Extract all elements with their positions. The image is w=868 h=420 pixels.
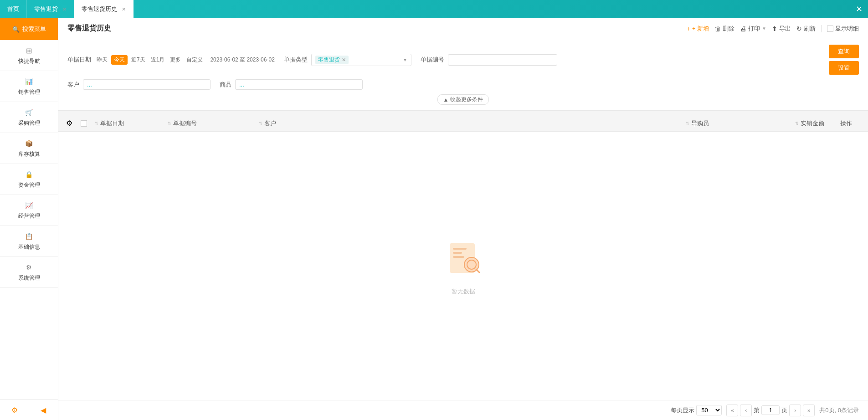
- select-all-checkbox[interactable]: [81, 120, 87, 127]
- goods-select[interactable]: ...: [235, 79, 363, 90]
- sidebar-item-operation[interactable]: 📈 经营管理: [0, 195, 58, 226]
- top-bar: 首页 零售退货 ✕ 零售退货历史 ✕ ✕: [0, 0, 868, 18]
- empty-illustration: [441, 236, 486, 282]
- voucher-no-label: 单据编号: [421, 56, 444, 64]
- date-yesterday[interactable]: 昨天: [95, 55, 109, 65]
- delete-button[interactable]: 🗑 删除: [714, 25, 734, 33]
- goods-label: 商品: [220, 81, 231, 89]
- date-range-display: 2023-06-02 至 2023-06-02: [210, 56, 274, 64]
- finance-icon: 🔒: [24, 169, 34, 179]
- page-first-button[interactable]: «: [726, 405, 738, 416]
- toolbar: + + 新增 🗑 删除 🖨 打印 ▼ ⬆ 导出 ↻: [687, 25, 859, 33]
- voucher-type-tag-close[interactable]: ✕: [342, 57, 346, 63]
- page-size-select: 每页显示 50 10 20 100: [671, 405, 722, 415]
- th-action: 操作: [828, 119, 864, 128]
- inventory-icon: 📦: [24, 138, 34, 149]
- settings-button[interactable]: 设置: [829, 61, 859, 75]
- empty-text: 暂无数据: [452, 287, 475, 296]
- sidebar-item-finance[interactable]: 🔒 资金管理: [0, 164, 58, 195]
- filter-row-2: 客户 ... 商品 ...: [67, 79, 859, 90]
- sidebar-item-inventory[interactable]: 📦 库存核算: [0, 133, 58, 164]
- print-icon: 🖨: [740, 25, 746, 32]
- table-header: ⚙ ⇅ 单据日期 ⇅ 单据编号 ⇅ 客户 ⇅: [58, 115, 868, 132]
- sidebar-item-basic-info[interactable]: 📋 基础信息: [0, 226, 58, 257]
- print-arrow-icon: ▼: [762, 26, 766, 31]
- voucher-type-tag: 零售退货 ✕: [315, 56, 349, 64]
- filter-area: 单据日期 昨天 今天 近7天 近1月 更多 自定义 2023-06-02 至 2…: [58, 39, 868, 111]
- voucher-type-select[interactable]: 零售退货 ✕ ▼: [311, 54, 411, 66]
- table-area: ⚙ ⇅ 单据日期 ⇅ 单据编号 ⇅ 客户 ⇅: [58, 115, 868, 400]
- date-today[interactable]: 今天: [111, 55, 128, 65]
- page-number-input[interactable]: [761, 405, 780, 415]
- tab-retail-return[interactable]: 零售退货 ✕: [27, 0, 74, 18]
- svg-rect-1: [453, 248, 467, 250]
- th-voucher-no[interactable]: ⇅ 单据编号: [164, 119, 255, 128]
- page-prev-button[interactable]: ‹: [740, 405, 752, 416]
- sidebar-item-sales-mgmt[interactable]: 📊 销售管理: [0, 71, 58, 102]
- th-settings[interactable]: ⚙: [62, 119, 77, 128]
- content-area: 零售退货历史 + + 新增 🗑 删除 🖨 打印 ▼ ⬆ 导出: [58, 18, 868, 420]
- date-more[interactable]: 更多: [168, 55, 183, 65]
- date-1month[interactable]: 近1月: [149, 55, 167, 65]
- print-button[interactable]: 🖨 打印 ▼: [740, 25, 766, 33]
- th-checkbox[interactable]: [77, 120, 91, 127]
- svg-rect-2: [453, 252, 462, 254]
- export-icon: ⬆: [772, 25, 777, 32]
- page-total: 共0页, 0条记录: [819, 406, 859, 415]
- query-button[interactable]: 查询: [829, 45, 859, 58]
- th-customer[interactable]: ⇅ 客户: [255, 119, 682, 128]
- add-button[interactable]: + + 新增: [687, 25, 709, 33]
- voucher-type-group: 单据类型 零售退货 ✕ ▼: [284, 54, 411, 66]
- sidebar-settings-button[interactable]: ⚙: [0, 400, 29, 420]
- refresh-button[interactable]: ↻ 刷新: [796, 25, 816, 33]
- sidebar: 🔍 搜索菜单 ⊞ 快捷导航 📊 销售管理 🛒 采购管理 📦 库存核算 🔒 资金管…: [0, 18, 58, 420]
- page-size-dropdown[interactable]: 50 10 20 100: [696, 405, 722, 415]
- th-amount[interactable]: ⇅ 实销金额: [764, 119, 828, 128]
- th-voucher-sort-icon: ⇅: [168, 121, 171, 126]
- customer-select[interactable]: ...: [83, 79, 211, 90]
- search-menu[interactable]: 🔍 搜索菜单: [0, 18, 58, 40]
- basic-info-icon: 📋: [24, 231, 34, 241]
- svg-line-6: [476, 269, 479, 272]
- delete-icon: 🗑: [714, 25, 721, 32]
- tab-home[interactable]: 首页: [0, 0, 27, 18]
- export-button[interactable]: ⬆ 导出: [772, 25, 791, 33]
- collapse-button[interactable]: ▲ 收起更多条件: [437, 94, 489, 105]
- page-next-button[interactable]: ›: [789, 405, 801, 416]
- date-label: 单据日期: [67, 56, 91, 64]
- sidebar-item-purchase-mgmt[interactable]: 🛒 采购管理: [0, 102, 58, 133]
- page-header: 零售退货历史 + + 新增 🗑 删除 🖨 打印 ▼ ⬆ 导出: [58, 18, 868, 39]
- customer-filter-group: 客户 ...: [67, 79, 211, 90]
- goods-filter-group: 商品 ...: [220, 79, 363, 90]
- date-custom[interactable]: 自定义: [185, 55, 205, 65]
- search-icon: 🔍: [12, 26, 20, 33]
- sales-icon: 📊: [24, 77, 34, 87]
- tab-retail-return-close[interactable]: ✕: [62, 6, 67, 12]
- operation-icon: 📈: [24, 200, 34, 210]
- tab-list: 首页 零售退货 ✕ 零售退货历史 ✕: [0, 0, 134, 18]
- main-layout: 🔍 搜索菜单 ⊞ 快捷导航 📊 销售管理 🛒 采购管理 📦 库存核算 🔒 资金管…: [0, 18, 868, 420]
- sidebar-item-quick-nav[interactable]: ⊞ 快捷导航: [0, 40, 58, 71]
- th-date-sort-icon: ⇅: [95, 121, 98, 126]
- page-last-button[interactable]: »: [803, 405, 815, 416]
- collapse-icon: ▲: [443, 97, 449, 103]
- th-amount-sort-icon: ⇅: [795, 121, 799, 126]
- date-7days[interactable]: 近7天: [129, 55, 147, 65]
- quick-nav-icon: ⊞: [24, 46, 34, 56]
- customer-ellipsis[interactable]: ...: [87, 81, 92, 88]
- th-guide[interactable]: ⇅ 导购员: [682, 119, 764, 128]
- th-date[interactable]: ⇅ 单据日期: [91, 119, 164, 128]
- tab-retail-return-history[interactable]: 零售退货历史 ✕: [74, 0, 134, 18]
- filter-row-1: 单据日期 昨天 今天 近7天 近1月 更多 自定义 2023-06-02 至 2…: [67, 45, 859, 75]
- sidebar-item-system[interactable]: ⚙ 系统管理: [0, 257, 58, 288]
- sidebar-collapse-button[interactable]: ◀: [29, 400, 58, 420]
- window-close-button[interactable]: ✕: [850, 0, 868, 18]
- voucher-no-input[interactable]: [448, 54, 557, 66]
- date-shortcuts: 昨天 今天 近7天 近1月 更多 自定义: [95, 55, 205, 65]
- show-detail-checkbox[interactable]: [827, 26, 833, 32]
- th-guide-sort-icon: ⇅: [686, 121, 689, 126]
- tab-retail-return-history-close[interactable]: ✕: [122, 6, 126, 12]
- goods-ellipsis[interactable]: ...: [239, 81, 244, 88]
- page-nav: « ‹ 第 页 › »: [726, 405, 815, 416]
- pagination-bar: 每页显示 50 10 20 100 « ‹ 第 页 › » 共0页, 0条记录: [58, 400, 868, 420]
